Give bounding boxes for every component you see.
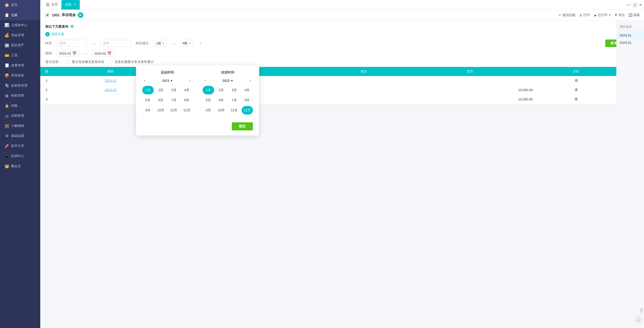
start-month-12[interactable]: 12月 — [181, 106, 193, 115]
sidebar-item-home[interactable]: 🏠 首页 — [0, 0, 40, 10]
start-calendar-title: 起始时间 — [142, 70, 193, 75]
sidebar-item-invoice[interactable]: 🧾 发票管理 — [0, 60, 40, 70]
window-minimize-icon[interactable]: — — [627, 3, 631, 7]
period-from-input[interactable]: 2024-01 📅 — [57, 50, 79, 57]
start-month-6[interactable]: 6月 — [155, 96, 167, 104]
end-month-6[interactable]: 6月 — [216, 96, 227, 104]
sidebar-item-funds[interactable]: 💰 资金管理 — [0, 30, 40, 40]
start-month-10[interactable]: 10月 — [155, 106, 167, 115]
end-month-10[interactable]: 10月 — [216, 106, 227, 115]
sidebar-item-xiaochang[interactable]: 🧮 小畅报销 — [0, 121, 40, 131]
tte-label: TtE — [640, 308, 643, 313]
data-table: ⚙ 期间 摘要 借方 贷方 方向 1 202 — [40, 67, 616, 104]
end-month-1[interactable]: 1月 — [203, 86, 214, 94]
col-settings[interactable]: ⚙ — [40, 67, 53, 76]
period-to-input[interactable]: 2024-01 📅 — [92, 50, 114, 57]
cloud-print-btn[interactable]: ☁ 云打印 ▼ — [593, 13, 611, 17]
header-right: ↩ 退回旧版 🖨 打印 ☁ 云打印 ▼ ⬆ 导出 — [559, 13, 640, 17]
level-confirm-icon: ✓ — [199, 42, 202, 45]
sidebar-item-multi-org[interactable]: 🏗 多机构管理 — [0, 81, 40, 91]
level-from-select[interactable]: 1级 ▼ — [154, 40, 167, 47]
checkbox-no-balance[interactable]: 显示无余额无发生科目 — [67, 60, 104, 64]
end-month-11[interactable]: 11月 — [229, 106, 240, 115]
refresh-btn[interactable]: 🔄 刷新 — [628, 13, 640, 17]
start-cal-header: ‹ 2023 ▼ › — [142, 78, 193, 83]
filter-period-row: 期间 2024-01 📅 — 2024-01 📅 — [45, 50, 639, 57]
end-cal-prev[interactable]: ‹ — [203, 78, 208, 83]
sidebar-item-assets[interactable]: 🏢 固定资产 — [0, 40, 40, 50]
checkbox-no-balance-box[interactable] — [67, 60, 70, 64]
start-month-11[interactable]: 11月 — [168, 106, 180, 115]
sidebar-item-close[interactable]: 🔒 结账 — [0, 101, 40, 111]
scroll-down-btn[interactable]: ⌄ — [635, 316, 642, 323]
start-year-select[interactable]: 2023 ▼ — [162, 79, 173, 83]
end-month-3[interactable]: 3月 — [229, 86, 240, 94]
end-month-2[interactable]: 2月 — [216, 86, 227, 94]
end-calendar-title: 结束时间 — [203, 70, 253, 75]
row2-credit: 10,000.00 — [404, 85, 536, 95]
filter-settings-icon[interactable]: ⚙ — [70, 24, 74, 29]
sidebar-item-settings[interactable]: ⚙ 基础设置 — [0, 131, 40, 141]
undo-btn[interactable]: ↩ 退回旧版 — [559, 13, 576, 17]
period-item-2[interactable]: 2024.01 — [617, 39, 644, 46]
end-month-12[interactable]: 12月 — [242, 106, 253, 115]
tab-home[interactable]: 🏠 首页 — [42, 0, 61, 10]
start-cal-next[interactable]: › — [187, 78, 193, 83]
sidebar-item-inventory[interactable]: 📦 库存核算 — [0, 70, 40, 81]
start-month-9[interactable]: 9月 — [142, 106, 154, 115]
calendar-confirm-btn[interactable]: 确定 — [232, 122, 253, 130]
tab-ledger[interactable]: 总账 ✕ — [61, 0, 80, 10]
start-month-1[interactable]: 1月 — [142, 86, 154, 94]
start-month-8[interactable]: 8月 — [181, 96, 193, 104]
start-month-2[interactable]: 2月 — [155, 86, 167, 94]
undo-icon: ↩ — [559, 13, 561, 17]
level-to-select[interactable]: 6级 ▼ — [180, 40, 193, 47]
sidebar: 🏠 首页 📋 总账 📊 云报表中心 💰 资金管理 🏢 固定资产 💳 工资 🧾 发… — [0, 0, 40, 328]
calendar-popup: 起始时间 ‹ 2023 ▼ › 1月 2月 3月 — [136, 65, 259, 136]
header-bar: ◀ 1001 库存现金 ▶ ↩ 退回旧版 🖨 打印 ☁ — [40, 10, 644, 21]
sidebar-item-appcenter[interactable]: 📱 应用中心 — [0, 151, 40, 161]
period-item-1[interactable]: 2024.01 — [617, 32, 644, 39]
calendar-to-icon[interactable]: 📅 — [107, 51, 111, 55]
sidebar-item-guide[interactable]: 🚀 新手引导 — [0, 141, 40, 151]
sidebar-item-ledger[interactable]: 📋 总账 — [0, 10, 40, 20]
start-month-5[interactable]: 5月 — [142, 96, 154, 104]
window-restore-icon[interactable]: ⬜ — [633, 3, 637, 7]
window-close-icon[interactable]: ✕ — [639, 3, 642, 7]
sidebar-item-tax[interactable]: 🏛 税务管理 — [0, 91, 40, 101]
salary-icon: 💳 — [5, 53, 9, 58]
subject-from-input[interactable]: 选择... ··· — [57, 40, 87, 47]
start-cal-prev[interactable]: ‹ — [142, 78, 147, 83]
end-month-4[interactable]: 4月 — [242, 86, 253, 94]
sidebar-item-salary[interactable]: 💳 工资 — [0, 50, 40, 60]
checkbox-no-occurrence-box[interactable] — [109, 60, 113, 64]
filter-panel: 按以下方案查询 ⚙ ◀ ↺ 系统方案 科目 选择... ··· — — [40, 21, 644, 67]
nav-prev-btn[interactable]: ◀ — [44, 12, 50, 18]
row2-period-link[interactable]: 2024-01 — [104, 88, 117, 92]
end-month-8[interactable]: 8月 — [242, 96, 253, 104]
sidebar-item-vip[interactable]: 👑 畅会员 — [0, 161, 40, 171]
start-month-7[interactable]: 7月 — [168, 96, 180, 104]
checkbox-no-occurrence[interactable]: 无发生额显示本月本年累计 — [109, 60, 154, 64]
row1-period-link[interactable]: 2024-01 — [104, 79, 117, 83]
cloud-print-dropdown-icon[interactable]: ▼ — [609, 14, 611, 16]
sidebar-item-reports[interactable]: 📊 云报表中心 — [0, 20, 40, 30]
end-month-5[interactable]: 5月 — [203, 96, 214, 104]
system-scheme[interactable]: ↺ 系统方案 — [45, 32, 639, 37]
end-month-7[interactable]: 7月 — [229, 96, 240, 104]
end-month-9[interactable]: 9月 — [203, 106, 214, 115]
export-btn[interactable]: ⬆ 导出 — [615, 13, 625, 17]
tab-close-icon[interactable]: ✕ — [74, 3, 76, 6]
start-month-3[interactable]: 3月 — [168, 86, 180, 94]
sidebar-item-archive[interactable]: 🗂 归档管理 — [0, 111, 40, 121]
nav-next-btn[interactable]: ▶ — [78, 12, 83, 18]
end-cal-next[interactable]: › — [248, 78, 253, 83]
account-name: 库存现金 — [62, 13, 76, 17]
close-account-icon: 🔒 — [5, 103, 9, 108]
table-settings-icon[interactable]: ⚙ — [45, 69, 48, 74]
print-btn[interactable]: 🖨 打印 — [579, 13, 590, 17]
calendar-from-icon[interactable]: 📅 — [72, 51, 77, 55]
start-month-4[interactable]: 4月 — [181, 86, 193, 94]
end-year-select[interactable]: 2023 ▼ — [222, 79, 233, 83]
subject-to-input[interactable]: 选择... ··· — [100, 40, 131, 47]
